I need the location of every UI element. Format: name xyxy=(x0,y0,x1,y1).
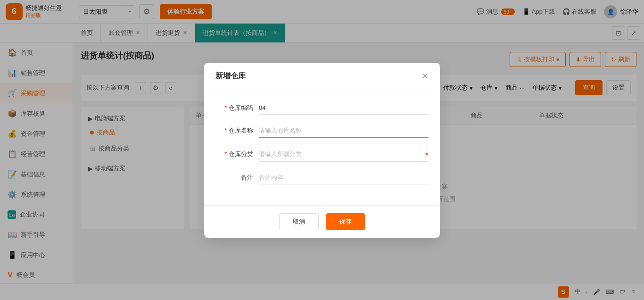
modal-title: 新增仓库 xyxy=(215,71,246,81)
warehouse-remark-label: 备注 xyxy=(215,174,253,182)
modal-header: 新增仓库 ✕ xyxy=(204,63,440,90)
save-button[interactable]: 保存 xyxy=(326,213,365,230)
warehouse-category-label: 仓库分类 xyxy=(215,150,253,158)
warehouse-name-input[interactable] xyxy=(259,124,429,138)
cancel-button[interactable]: 取消 xyxy=(279,213,319,230)
warehouse-name-label: 仓库名称 xyxy=(215,126,253,135)
warehouse-category-select[interactable]: 请输入所属分类 ▾ xyxy=(259,147,429,162)
modal-footer: 取消 保存 xyxy=(204,205,440,238)
warehouse-name-row: 仓库名称 xyxy=(215,124,429,138)
modal-overlay: 新增仓库 ✕ 仓库编码 仓库名称 仓库分类 请输入所属分类 ▾ xyxy=(0,0,644,300)
modal-close-button[interactable]: ✕ xyxy=(421,72,429,80)
modal-body: 仓库编码 仓库名称 仓库分类 请输入所属分类 ▾ 备注 xyxy=(204,90,440,205)
warehouse-remark-input[interactable] xyxy=(259,171,429,184)
category-chevron-icon: ▾ xyxy=(425,150,429,158)
warehouse-code-input[interactable] xyxy=(259,101,429,115)
new-warehouse-modal: 新增仓库 ✕ 仓库编码 仓库名称 仓库分类 请输入所属分类 ▾ xyxy=(204,63,440,238)
category-placeholder: 请输入所属分类 xyxy=(259,150,302,158)
warehouse-category-row: 仓库分类 请输入所属分类 ▾ xyxy=(215,147,429,162)
warehouse-code-row: 仓库编码 xyxy=(215,101,429,115)
warehouse-code-label: 仓库编码 xyxy=(215,104,253,112)
warehouse-remark-row: 备注 xyxy=(215,171,429,184)
